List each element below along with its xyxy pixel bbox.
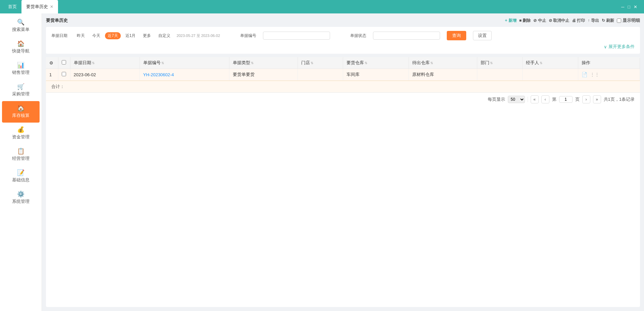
sidebar-item-purchase-label: 采购管理 xyxy=(12,91,30,97)
more-action-icon[interactable]: ⋮⋮ xyxy=(590,72,599,77)
filter-row-1: 单据日期 昨天 今天 近7天 近1月 更多 自定义 2023-05-27 至 2… xyxy=(51,31,635,40)
sidebar-item-operation[interactable]: 📋 经营管理 xyxy=(0,144,42,166)
toolbar: + 新增 ■ 删除 ⊘ 中止 ⊘ 取消中止 🖨 打印 ↑ 导出 ↻ 刷新 显示明… xyxy=(505,17,640,24)
date-btn-today[interactable]: 今天 xyxy=(90,32,103,39)
query-button[interactable]: 查询 xyxy=(447,31,466,40)
filter-area: 单据日期 昨天 今天 近7天 近1月 更多 自定义 2023-05-27 至 2… xyxy=(46,27,640,54)
last-page-btn[interactable]: » xyxy=(593,95,601,103)
doc-number-label: 单据编号 xyxy=(240,33,256,39)
date-btn-yesterday[interactable]: 昨天 xyxy=(74,32,88,39)
data-table: ⚙ 单据日期⇅ 单据编号⇅ 单据类型⇅ 门店⇅ 要货仓库⇅ 待出仓库⇅ 部门⇅ … xyxy=(46,57,640,81)
row-checkbox[interactable] xyxy=(62,72,66,76)
sidebar-item-basic-label: 基础信息 xyxy=(12,177,30,183)
show-detail-checkbox[interactable] xyxy=(617,18,621,23)
first-page-btn[interactable]: « xyxy=(531,95,539,103)
basic-icon: 📝 xyxy=(17,170,24,176)
select-all-checkbox[interactable] xyxy=(62,60,66,64)
date-btn-more[interactable]: 更多 xyxy=(140,32,154,39)
per-page-select[interactable]: 50 10 20 100 xyxy=(508,96,525,103)
doc-status-label: 单据状态 xyxy=(350,33,366,39)
edit-action-icon[interactable]: 📄 xyxy=(582,72,587,77)
sidebar-item-system-label: 系统管理 xyxy=(12,198,30,205)
content-area: 要货单历史 + 新增 ■ 删除 ⊘ 中止 ⊘ 取消中止 🖨 打印 ↑ 导出 ↻ … xyxy=(42,13,644,311)
sidebar-item-quicknav[interactable]: 🏠 快捷导航 xyxy=(0,37,42,58)
pagination-bar: 每页显示 50 10 20 100 « ‹ 第 页 › » 共1页，1条记录 xyxy=(46,92,640,106)
sidebar-item-purchase[interactable]: 🛒 采购管理 xyxy=(0,80,42,101)
print-button[interactable]: 🖨 打印 xyxy=(572,18,585,24)
sidebar-item-inventory-label: 库存核算 xyxy=(12,113,30,119)
divider-1 xyxy=(528,97,528,102)
page-label-prefix: 第 xyxy=(552,96,556,102)
date-btn-1month[interactable]: 近1月 xyxy=(123,32,139,39)
tab-close-icon[interactable]: ✕ xyxy=(50,4,53,9)
date-filter-buttons: 昨天 今天 近7天 近1月 更多 自定义 2023-05-27 至 2023-0… xyxy=(74,32,220,39)
doc-status-select[interactable] xyxy=(373,32,440,40)
cancel-stop-button[interactable]: ⊘ 取消中止 xyxy=(549,18,569,24)
page-header: 要货单历史 + 新增 ■ 删除 ⊘ 中止 ⊘ 取消中止 🖨 打印 ↑ 导出 ↻ … xyxy=(46,17,640,24)
date-btn-7days[interactable]: 近7天 xyxy=(105,32,121,39)
expand-more-button[interactable]: ∨ 展开更多条件 xyxy=(604,44,635,50)
th-doc-no: 单据编号⇅ xyxy=(140,57,229,69)
per-page-label: 每页显示 xyxy=(488,96,505,102)
sidebar-item-search-label: 搜索菜单 xyxy=(12,27,30,33)
table-header-row: ⚙ 单据日期⇅ 单据编号⇅ 单据类型⇅ 门店⇅ 要货仓库⇅ 待出仓库⇅ 部门⇅ … xyxy=(46,57,640,69)
td-num: 1 xyxy=(46,69,58,81)
sidebar-item-sales[interactable]: 📊 销售管理 xyxy=(0,58,42,80)
date-range-display: 2023-05-27 至 2023-06-02 xyxy=(176,33,220,38)
add-button[interactable]: + 新增 xyxy=(505,18,516,24)
window-maximize-btn[interactable]: □ xyxy=(628,4,630,9)
date-filter-label: 单据日期 xyxy=(51,33,67,39)
top-bar: 首页 要货单历史 ✕ ─ □ ✕ xyxy=(0,0,644,13)
sidebar-item-finance[interactable]: 💰 资金管理 xyxy=(0,123,42,144)
tab-order-history[interactable]: 要货单历史 ✕ xyxy=(21,0,58,13)
th-req-warehouse: 要货仓库⇅ xyxy=(343,57,409,69)
table-row: 1 2023-06-02 YH-20230602-4 要货单要货 车间库 原材料… xyxy=(46,69,640,81)
filter-row-2: ∨ 展开更多条件 xyxy=(51,44,635,50)
th-pending-warehouse: 待出仓库⇅ xyxy=(409,57,477,69)
td-department xyxy=(477,69,523,81)
delete-button[interactable]: ■ 删除 xyxy=(519,18,531,24)
doc-number-input[interactable] xyxy=(263,32,330,40)
sidebar-item-system[interactable]: ⚙️ 系统管理 xyxy=(0,187,42,209)
show-detail-toggle[interactable]: 显示明细 xyxy=(617,17,640,24)
window-close-btn[interactable]: ✕ xyxy=(634,4,637,9)
show-detail-label: 显示明细 xyxy=(623,17,640,24)
sidebar-item-search[interactable]: 🔍 搜索菜单 xyxy=(0,15,42,37)
export-button[interactable]: ↑ 导出 xyxy=(588,18,599,24)
top-bar-right: ─ □ ✕ xyxy=(621,4,641,9)
sidebar-item-inventory[interactable]: 🏠 库存核算 xyxy=(2,101,40,123)
sidebar-item-sales-label: 销售管理 xyxy=(12,70,30,76)
finance-icon: 💰 xyxy=(17,127,24,133)
sidebar-item-finance-label: 资金管理 xyxy=(12,134,30,140)
tab-home[interactable]: 首页 xyxy=(3,0,21,13)
settings-button[interactable]: 设置 xyxy=(473,31,492,40)
th-check xyxy=(58,57,70,69)
td-date: 2023-06-02 xyxy=(70,69,140,81)
sidebar-item-quicknav-label: 快捷导航 xyxy=(12,48,30,54)
current-page-input[interactable] xyxy=(559,96,573,103)
refresh-button[interactable]: ↻ 刷新 xyxy=(602,18,614,24)
doc-no-link[interactable]: YH-20230602-4 xyxy=(143,72,174,77)
home-icon: 🏠 xyxy=(17,41,24,47)
td-store xyxy=(298,69,343,81)
date-btn-custom[interactable]: 自定义 xyxy=(156,32,173,39)
table-area: ⚙ 单据日期⇅ 单据编号⇅ 单据类型⇅ 门店⇅ 要货仓库⇅ 待出仓库⇅ 部门⇅ … xyxy=(46,57,640,307)
th-department: 部门⇅ xyxy=(477,57,523,69)
expand-more-label: 展开更多条件 xyxy=(608,44,635,50)
tab-order-history-label: 要货单历史 xyxy=(26,4,48,10)
td-doc-type: 要货单要货 xyxy=(229,69,298,81)
th-action: 操作 xyxy=(578,57,640,69)
inventory-icon: 🏠 xyxy=(17,105,24,111)
summary-bar: 合计： xyxy=(46,81,640,92)
total-info: 共1页，1条记录 xyxy=(604,96,635,102)
stop-button[interactable]: ⊘ 中止 xyxy=(533,18,546,24)
next-page-btn[interactable]: › xyxy=(582,95,590,103)
sidebar-item-basic[interactable]: 📝 基础信息 xyxy=(0,166,42,187)
window-minimize-btn[interactable]: ─ xyxy=(621,4,624,9)
td-check xyxy=(58,69,70,81)
th-date: 单据日期⇅ xyxy=(70,57,140,69)
prev-page-btn[interactable]: ‹ xyxy=(541,95,549,103)
operation-icon: 📋 xyxy=(17,148,24,154)
td-handler xyxy=(523,69,578,81)
search-icon: 🔍 xyxy=(17,19,24,25)
